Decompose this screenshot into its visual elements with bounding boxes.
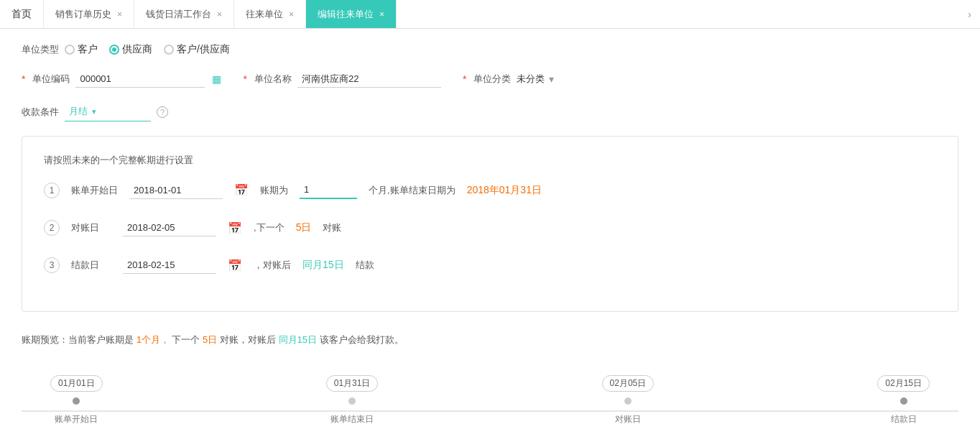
unit-name-star: * [243, 73, 246, 85]
settings-row-3: 3 结款日 📅 ，对账后 同月15日 结款 [44, 257, 936, 274]
main-content: 单位类型 客户 供应商 客户/供应商 * 单位编码 [0, 29, 980, 437]
tab-home[interactable]: 首页 [0, 0, 44, 28]
radio-customer-label: 客户 [78, 43, 98, 56]
preview-prefix: 账期预览：当前客户账期是 [22, 334, 134, 345]
unit-category-label: 单位分类 [473, 73, 511, 86]
radio-both[interactable]: 客户/供应商 [164, 43, 230, 56]
tab-sales-history[interactable]: 销售订单历史 × [44, 0, 134, 28]
node-label-4: 结款日 [891, 413, 917, 426]
unit-code-label: 单位编码 [32, 73, 70, 86]
radio-supplier[interactable]: 供应商 [109, 43, 152, 56]
node-dot-3 [624, 397, 632, 405]
payment-row: 收款条件 月结 ▾ ? [22, 102, 958, 121]
row-number-1: 1 [44, 183, 60, 198]
period-prefix: 账期为 [260, 184, 288, 197]
start-date-input[interactable] [129, 182, 223, 199]
radio-customer[interactable]: 客户 [65, 43, 98, 56]
row-label-3: 结款日 [71, 259, 111, 272]
row-label-1: 账单开始日 [71, 184, 118, 197]
unit-name-input[interactable] [297, 70, 441, 88]
payment-value: 月结 [69, 105, 88, 118]
tab-home-label: 首页 [11, 8, 32, 21]
unit-type-label: 单位类型 [22, 43, 59, 56]
payment-select[interactable]: 月结 ▾ [65, 102, 151, 121]
node-dot-2 [348, 397, 356, 405]
tab-edit-partner[interactable]: 编辑往来单位 × [306, 0, 397, 28]
settings-box: 请按照未来的一个完整帐期进行设置 1 账单开始日 📅 账期为 个月,账单结束日期… [22, 136, 958, 312]
timeline-node-3: 02月05日 对账日 [602, 375, 655, 426]
unit-code-star: * [22, 73, 25, 85]
close-partner-units-icon[interactable]: × [289, 9, 294, 19]
unit-category-star: * [463, 73, 466, 85]
unit-category-group: * 单位分类 未分类 ▾ [463, 73, 554, 86]
unit-code-calendar-icon[interactable]: ▦ [212, 73, 221, 85]
preview-mid1: 下一个 [172, 334, 200, 345]
unit-category-select[interactable]: 未分类 ▾ [517, 73, 554, 86]
period-suffix: 个月,账单结束日期为 [369, 184, 456, 197]
radio-both-label: 客户/供应商 [177, 43, 230, 56]
start-date-calendar-icon[interactable]: 📅 [234, 183, 249, 197]
node-label-3: 对账日 [615, 413, 641, 426]
radio-both-circle [164, 45, 174, 55]
preview-highlight2: 5日 [203, 334, 217, 345]
unit-type-group: 单位类型 客户 供应商 客户/供应商 [22, 43, 230, 56]
node-badge-2: 01月31日 [326, 375, 379, 392]
row-number-3: 3 [44, 257, 60, 273]
node-badge-4: 02月15日 [877, 375, 930, 392]
recon-desc-before: ,下一个 [254, 221, 285, 234]
row-label-2: 对账日 [71, 221, 111, 234]
unit-name-group: * 单位名称 [243, 70, 440, 88]
payment-label: 收款条件 [22, 106, 59, 119]
recon-date-calendar-icon[interactable]: 📅 [228, 221, 242, 235]
preview-section: 账期预览：当前客户账期是 1个月， 下一个 5日 对账，对账后 同月15日 该客… [22, 326, 958, 437]
payment-desc-before: ，对账后 [254, 259, 291, 272]
period-end-date: 2018年01月31日 [467, 184, 542, 197]
preview-suffix: 该客户会给我打款。 [320, 334, 404, 345]
unit-code-group: * 单位编码 ▦ [22, 70, 221, 88]
close-edit-partner-icon[interactable]: × [379, 9, 384, 19]
preview-highlight1: 1个月， [137, 334, 170, 345]
node-dot-4 [900, 397, 907, 405]
payment-chevron-icon: ▾ [92, 107, 96, 116]
settings-row-1: 1 账单开始日 📅 账期为 个月,账单结束日期为 2018年01月31日 [44, 181, 936, 199]
tab-more-chevron[interactable]: › [959, 9, 980, 20]
payment-date-calendar-icon[interactable]: 📅 [228, 259, 242, 272]
tab-partner-units[interactable]: 往来单位 × [234, 0, 306, 28]
tab-cash-work[interactable]: 钱货日清工作台 × [134, 0, 234, 28]
node-badge-1: 01月01日 [50, 375, 103, 392]
recon-date-input[interactable] [123, 219, 216, 236]
node-badge-3: 02月05日 [602, 375, 655, 392]
unit-type-radio-group: 客户 供应商 客户/供应商 [65, 43, 230, 56]
timeline-node-1: 01月01日 账单开始日 [50, 375, 103, 426]
settings-title: 请按照未来的一个完整帐期进行设置 [44, 154, 936, 167]
node-label-1: 账单开始日 [55, 413, 98, 426]
payment-group: 收款条件 月结 ▾ ? [22, 102, 168, 121]
timeline-container: 01月01日 账单开始日 01月31日 账单结束日 02月05日 对账日 02月… [22, 368, 958, 437]
close-sales-history-icon[interactable]: × [117, 9, 122, 19]
payment-help-icon[interactable]: ? [157, 106, 168, 118]
unit-name-label: 单位名称 [254, 73, 292, 86]
recon-highlight: 5日 [296, 221, 312, 234]
timeline-node-2: 01月31日 账单结束日 [326, 375, 379, 426]
node-dot-1 [73, 397, 80, 405]
timeline-node-4: 02月15日 结款日 [877, 375, 930, 426]
unit-category-value: 未分类 [517, 73, 545, 86]
timeline-nodes: 01月01日 账单开始日 01月31日 账单结束日 02月05日 对账日 02月… [50, 375, 930, 426]
preview-highlight3: 同月15日 [279, 334, 317, 345]
payment-desc-after: 结款 [356, 259, 374, 272]
tab-partner-units-label: 往来单位 [246, 8, 283, 21]
unit-type-row: 单位类型 客户 供应商 客户/供应商 [22, 43, 958, 56]
tab-cash-work-label: 钱货日清工作台 [146, 8, 211, 21]
row-number-2: 2 [44, 220, 60, 236]
recon-desc-after: 对账 [323, 221, 341, 234]
close-cash-work-icon[interactable]: × [217, 9, 222, 19]
unit-code-input[interactable] [75, 70, 205, 88]
preview-text: 账期预览：当前客户账期是 1个月， 下一个 5日 对账，对账后 同月15日 该客… [22, 326, 958, 346]
payment-date-input[interactable] [123, 257, 216, 274]
radio-customer-circle [65, 45, 75, 55]
node-label-2: 账单结束日 [330, 413, 374, 426]
unit-category-chevron-icon: ▾ [549, 73, 554, 85]
tab-sales-history-label: 销售订单历史 [55, 8, 111, 21]
period-input[interactable] [300, 181, 357, 199]
settings-row-2: 2 对账日 📅 ,下一个 5日 对账 [44, 219, 936, 236]
